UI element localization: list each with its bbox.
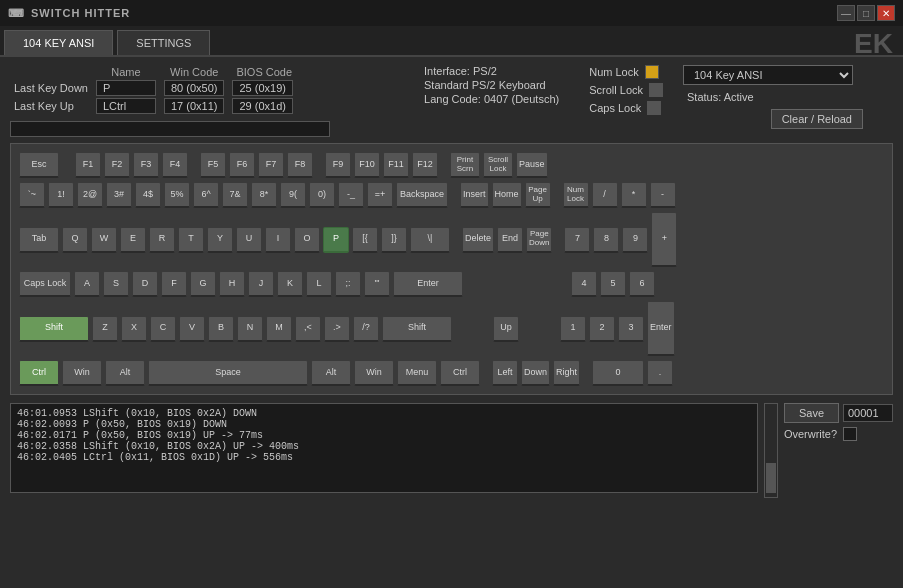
key-9[interactable]: 9( [280, 182, 306, 208]
key-8[interactable]: 8* [251, 182, 277, 208]
key-lwin[interactable]: Win [62, 360, 102, 386]
key-rshift[interactable]: Shift [382, 316, 452, 342]
key-1[interactable]: 1! [48, 182, 74, 208]
key-u[interactable]: U [236, 227, 262, 253]
key-r[interactable]: R [149, 227, 175, 253]
key-3[interactable]: 3# [106, 182, 132, 208]
key-q[interactable]: Q [62, 227, 88, 253]
key-0[interactable]: 0) [309, 182, 335, 208]
key-semicolon[interactable]: ;: [335, 271, 361, 297]
key-num-plus[interactable]: + [651, 212, 677, 267]
tab-settings[interactable]: SETTINGS [117, 30, 210, 55]
key-m[interactable]: M [266, 316, 292, 342]
key-f4[interactable]: F4 [162, 152, 188, 178]
key-up[interactable]: Up [493, 316, 519, 342]
title-bar-controls[interactable]: — □ ✕ [837, 5, 895, 21]
key-num-dot[interactable]: . [647, 360, 673, 386]
key-l[interactable]: L [306, 271, 332, 297]
key-num9[interactable]: 9 [622, 227, 648, 253]
key-pause[interactable]: Pause [516, 152, 548, 178]
key-space[interactable]: Space [148, 360, 308, 386]
key-equals[interactable]: =+ [367, 182, 393, 208]
key-insert[interactable]: Insert [460, 182, 489, 208]
key-w[interactable]: W [91, 227, 117, 253]
key-minus[interactable]: -_ [338, 182, 364, 208]
key-period[interactable]: .> [324, 316, 350, 342]
key-num0[interactable]: 0 [592, 360, 644, 386]
key-2[interactable]: 2@ [77, 182, 103, 208]
key-n[interactable]: N [237, 316, 263, 342]
key-f2[interactable]: F2 [104, 152, 130, 178]
key-j[interactable]: J [248, 271, 274, 297]
key-num-star[interactable]: * [621, 182, 647, 208]
key-f1[interactable]: F1 [75, 152, 101, 178]
key-4[interactable]: 4$ [135, 182, 161, 208]
key-f5[interactable]: F5 [200, 152, 226, 178]
key-num3[interactable]: 3 [618, 316, 644, 342]
key-f[interactable]: F [161, 271, 187, 297]
overwrite-checkbox[interactable] [843, 427, 857, 441]
key-f7[interactable]: F7 [258, 152, 284, 178]
key-b[interactable]: B [208, 316, 234, 342]
key-slash[interactable]: /? [353, 316, 379, 342]
key-f6[interactable]: F6 [229, 152, 255, 178]
key-num-slash[interactable]: / [592, 182, 618, 208]
key-page-up[interactable]: PageUp [525, 182, 551, 208]
key-num4[interactable]: 4 [571, 271, 597, 297]
clear-reload-button[interactable]: Clear / Reload [771, 109, 863, 129]
save-number-input[interactable] [843, 404, 893, 422]
key-lshift[interactable]: Shift [19, 316, 89, 342]
key-f9[interactable]: F9 [325, 152, 351, 178]
key-f8[interactable]: F8 [287, 152, 313, 178]
key-right[interactable]: Right [553, 360, 580, 386]
key-comma[interactable]: ,< [295, 316, 321, 342]
key-rbracket[interactable]: ]} [381, 227, 407, 253]
close-button[interactable]: ✕ [877, 5, 895, 21]
key-menu[interactable]: Menu [397, 360, 437, 386]
key-f3[interactable]: F3 [133, 152, 159, 178]
key-end[interactable]: End [497, 227, 523, 253]
key-lctrl[interactable]: Ctrl [19, 360, 59, 386]
key-h[interactable]: H [219, 271, 245, 297]
key-num7[interactable]: 7 [564, 227, 590, 253]
key-a[interactable]: A [74, 271, 100, 297]
key-f11[interactable]: F11 [383, 152, 409, 178]
key-6[interactable]: 6^ [193, 182, 219, 208]
key-num2[interactable]: 2 [589, 316, 615, 342]
key-t[interactable]: T [178, 227, 204, 253]
key-backspace[interactable]: Backspace [396, 182, 448, 208]
key-num5[interactable]: 5 [600, 271, 626, 297]
key-k[interactable]: K [277, 271, 303, 297]
key-f10[interactable]: F10 [354, 152, 380, 178]
log-scrollbar[interactable] [764, 403, 778, 498]
key-d[interactable]: D [132, 271, 158, 297]
key-7[interactable]: 7& [222, 182, 248, 208]
key-print-scrn[interactable]: PrintScrn [450, 152, 480, 178]
minimize-button[interactable]: — [837, 5, 855, 21]
key-rwin[interactable]: Win [354, 360, 394, 386]
key-o[interactable]: O [294, 227, 320, 253]
key-5[interactable]: 5% [164, 182, 190, 208]
key-num-enter[interactable]: Enter [647, 301, 675, 356]
key-num6[interactable]: 6 [629, 271, 655, 297]
key-i[interactable]: I [265, 227, 291, 253]
key-down[interactable]: Down [521, 360, 550, 386]
save-button[interactable]: Save [784, 403, 839, 423]
key-lalt[interactable]: Alt [105, 360, 145, 386]
key-s[interactable]: S [103, 271, 129, 297]
keyboard-select[interactable]: 104 Key ANSI 105 Key ISO 88 Key [683, 65, 853, 85]
key-left[interactable]: Left [492, 360, 518, 386]
key-backtick[interactable]: `~ [19, 182, 45, 208]
key-num-minus[interactable]: - [650, 182, 676, 208]
key-num-lock[interactable]: NumLock [563, 182, 589, 208]
key-rctrl[interactable]: Ctrl [440, 360, 480, 386]
key-ralt[interactable]: Alt [311, 360, 351, 386]
key-e[interactable]: E [120, 227, 146, 253]
key-num8[interactable]: 8 [593, 227, 619, 253]
key-y[interactable]: Y [207, 227, 233, 253]
key-home[interactable]: Home [492, 182, 522, 208]
key-lbracket[interactable]: [{ [352, 227, 378, 253]
scrollbar-thumb[interactable] [766, 463, 776, 493]
tab-104-key-ansi[interactable]: 104 KEY ANSI [4, 30, 113, 55]
key-backslash[interactable]: \| [410, 227, 450, 253]
